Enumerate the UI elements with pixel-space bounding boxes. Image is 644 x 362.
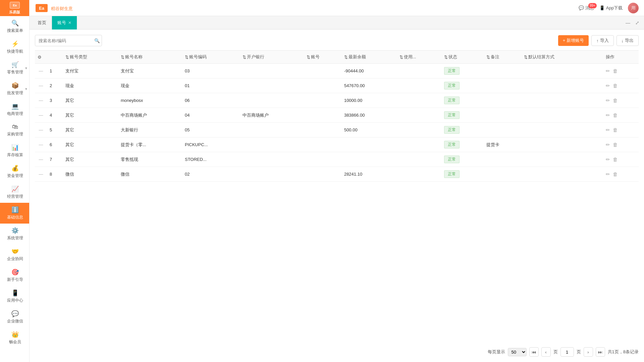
tab-home[interactable]: 首页	[32, 16, 52, 29]
add-account-button[interactable]: + 新增账号	[558, 35, 589, 46]
col-account-type[interactable]: ⇅ 账号类型	[63, 51, 118, 64]
col-account-code[interactable]: ⇅ 账号编码	[182, 51, 240, 64]
col-default-settle[interactable]: ⇅ 默认结算方式	[521, 51, 603, 64]
delete-icon[interactable]: 🗑	[613, 171, 618, 177]
edit-icon[interactable]: ✏	[606, 127, 610, 133]
col-latest-balance[interactable]: ⇅ 最新余额	[341, 51, 397, 64]
delete-icon[interactable]: 🗑	[613, 83, 618, 88]
app-center-icon: 📱	[11, 289, 19, 297]
sidebar-item-ecommerce-mgmt[interactable]: 💻 电商管理	[0, 99, 29, 120]
row-account-type-cell: 支付宝	[63, 64, 118, 78]
page-size-select[interactable]: 50 10 20 100	[508, 348, 527, 356]
row-usage-cell	[397, 152, 442, 167]
settings-icon[interactable]: ⚙	[38, 55, 42, 60]
phone-icon: 📱	[599, 5, 605, 10]
table-row: — 6 其它 提货卡（零... PICKUPC... 正常 提货卡 ✏ 🗑	[35, 137, 639, 152]
tab-close-icon[interactable]: ✕	[68, 20, 71, 25]
sidebar-item-capital-mgmt[interactable]: 💰 资金管理	[0, 161, 29, 182]
row-num-cell: 3	[47, 93, 63, 108]
row-remark-cell	[484, 64, 521, 78]
delete-icon[interactable]: 🗑	[613, 157, 618, 162]
row-default-settle-cell	[521, 108, 603, 123]
row-num-cell: 4	[47, 108, 63, 123]
row-account-name-cell: 提货卡（零...	[118, 137, 182, 152]
sidebar-item-app-center[interactable]: 📱 应用中心	[0, 286, 29, 307]
delete-icon[interactable]: 🗑	[613, 127, 618, 133]
sidebar-item-purchase-mgmt[interactable]: 🛍 采购管理	[0, 120, 29, 140]
col-settings: ⚙	[35, 51, 47, 64]
page-first-button[interactable]: ⏮	[529, 347, 539, 357]
page-last-button[interactable]: ⏭	[596, 347, 605, 357]
delete-icon[interactable]: 🗑	[613, 68, 618, 74]
row-account-type-cell: 其它	[63, 93, 118, 108]
col-account-no[interactable]: ⇅ 账号	[304, 51, 341, 64]
row-latest-balance-cell: 500.00	[341, 123, 397, 137]
col-status[interactable]: ⇅ 状态	[441, 51, 484, 64]
sidebar-item-basic-info[interactable]: ℹ️ 基础信息	[0, 203, 29, 224]
status-badge: 正常	[444, 126, 460, 134]
row-status-cell: 正常	[441, 123, 484, 137]
sidebar-item-operations-mgmt[interactable]: 📈 经营管理	[0, 182, 29, 203]
row-bank-cell	[240, 78, 304, 93]
sidebar-item-enterprise-agreement[interactable]: 🤝 企业协同	[0, 244, 29, 265]
col-usage[interactable]: ⇅ 使用...	[397, 51, 442, 64]
enterprise-agreement-icon: 🤝	[11, 248, 19, 255]
app-download-button[interactable]: 📱 App下载	[599, 5, 623, 11]
page-prev-button[interactable]: ‹	[541, 347, 551, 357]
row-actions-cell: ✏ 🗑	[603, 152, 639, 167]
edit-icon[interactable]: ✏	[606, 142, 610, 148]
status-badge: 正常	[444, 156, 460, 163]
page-number-input[interactable]	[560, 347, 574, 357]
row-usage-cell	[397, 167, 442, 182]
sidebar-item-inventory[interactable]: 📊 库存核算	[0, 140, 29, 161]
sidebar-item-label: 企业协同	[7, 256, 23, 262]
row-account-no-cell	[304, 167, 341, 182]
row-latest-balance-cell: -90444.00	[341, 64, 397, 78]
col-remark[interactable]: ⇅ 备注	[484, 51, 521, 64]
messages-badge: 99+	[588, 3, 597, 8]
sidebar-item-enterprise-wechat[interactable]: 💬 企业微信	[0, 307, 29, 327]
tab-maximize-button[interactable]: ⤢	[633, 19, 641, 27]
sidebar-item-new-guide[interactable]: 🎯 新手引导	[0, 265, 29, 286]
page-next-button[interactable]: ›	[584, 347, 593, 357]
search-input[interactable]	[35, 36, 92, 45]
row-status-cell: 正常	[441, 93, 484, 108]
edit-icon[interactable]: ✏	[606, 68, 610, 74]
delete-icon[interactable]: 🗑	[613, 112, 618, 118]
sidebar-item-vip-member[interactable]: 👑 畅会员	[0, 327, 29, 348]
edit-icon[interactable]: ✏	[606, 157, 610, 163]
user-avatar[interactable]: 用	[628, 3, 639, 13]
col-account-name[interactable]: ⇅ 账号名称	[118, 51, 182, 64]
tab-controls: — ⤢	[624, 19, 644, 27]
sidebar-item-wholesale-mgmt[interactable]: 📦 批发管理 ▼	[0, 78, 29, 99]
row-usage-cell	[397, 123, 442, 137]
tab-account[interactable]: 账号 ✕	[52, 16, 77, 29]
sidebar-item-quick-nav[interactable]: ⚡ 快捷导航	[0, 37, 29, 58]
toolbar-right: + 新增账号 ↑ 导入 ↓ 导出	[558, 35, 639, 46]
sidebar-item-system-mgmt[interactable]: ⚙️ 系统管理	[0, 224, 29, 244]
search-button[interactable]: 🔍	[92, 35, 102, 46]
row-default-settle-cell	[521, 152, 603, 167]
row-account-code-cell: 06	[182, 93, 240, 108]
edit-icon[interactable]: ✏	[606, 83, 610, 89]
delete-icon[interactable]: 🗑	[613, 142, 618, 147]
edit-icon[interactable]: ✏	[606, 112, 610, 118]
sidebar-item-search-menu[interactable]: 🔍 搜索菜单	[0, 16, 29, 37]
col-sort-icon: ⇅	[344, 55, 348, 60]
messages-button[interactable]: 💬 消息 99+	[579, 5, 594, 11]
sidebar-item-retail-mgmt[interactable]: 🛒 零售管理 ▼	[0, 58, 29, 78]
delete-icon[interactable]: 🗑	[613, 98, 618, 103]
table-row: — 8 微信 微信 02 28241.10 正常 ✏ 🗑	[35, 167, 639, 182]
edit-icon[interactable]: ✏	[606, 98, 610, 104]
edit-icon[interactable]: ✏	[606, 171, 610, 177]
col-sort-icon: ⇅	[486, 55, 490, 60]
col-bank[interactable]: ⇅ 开户银行	[240, 51, 304, 64]
export-button[interactable]: ↓ 导出	[616, 35, 639, 46]
export-label: 导出	[625, 38, 634, 44]
col-actions: 操作	[603, 51, 639, 64]
tab-minimize-button[interactable]: —	[624, 19, 632, 27]
import-button[interactable]: ↑ 导入	[591, 35, 614, 46]
wholesale-mgmt-icon: 📦	[11, 82, 19, 89]
operations-mgmt-icon: 📈	[11, 185, 19, 193]
search-icon: 🔍	[94, 38, 100, 43]
